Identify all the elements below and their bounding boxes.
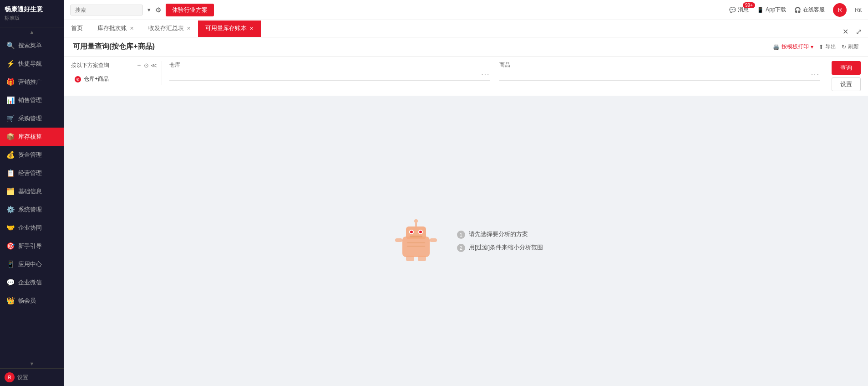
sidebar-item-newbie[interactable]: 🎯 新手引导 [0,237,64,255]
message-badge: 99+ [743,2,755,8]
svg-point-4 [410,231,413,233]
warehouse-input[interactable] [169,70,481,80]
sidebar-item-label: 快捷导航 [18,60,42,68]
refresh-button[interactable]: ↻ 刷新 [842,43,859,51]
phone-icon: 📱 [6,260,15,268]
sidebar-item-marketing[interactable]: 🎁 营销推广 [0,73,64,91]
tab-home[interactable]: 首页 [64,21,90,37]
tab-summary-label: 收发存汇总表 [148,24,184,32]
tab-batch[interactable]: 库存批次账 ✕ [90,21,141,37]
filter-fields: 仓库 ··· 商品 ··· [162,61,827,81]
sidebar-item-shortcut[interactable]: ⚡ 快捷导航 [0,55,64,73]
sidebar-item-label: 库存核算 [18,133,42,141]
sidebar-item-wechat[interactable]: 💬 企业微信 [0,273,64,292]
sidebar-item-enterprise[interactable]: 🤝 企业协同 [0,219,64,237]
robot-icon [393,218,439,264]
field-warehouse-label: 仓库 [169,61,490,69]
filter-scheme-label: 按以下方案查询 [71,62,109,69]
svg-rect-13 [407,242,425,243]
sidebar-item-system[interactable]: ⚙️ 系统管理 [0,201,64,219]
tab-batch-close-icon[interactable]: ✕ [130,26,134,31]
message-button[interactable]: 💬 消息 99+ [729,6,749,14]
add-scheme-icon[interactable]: ＋ [136,61,142,69]
product-more-icon[interactable]: ··· [811,70,820,80]
product-input[interactable] [499,70,811,80]
sidebar-item-label: 畅会员 [18,297,36,305]
sidebar-header: 畅康通好生意 标准版 [0,0,64,27]
sidebar-item-purchase[interactable]: 🛒 采购管理 [0,109,64,128]
page-header: 可用量查询(按仓库+商品) 🖨️ 按模板打印 ▾ ⬆ 导出 ↻ 刷新 [64,37,868,57]
sidebar-item-label: 搜索菜单 [18,41,42,50]
tab-available-close-icon[interactable]: ✕ [249,26,254,31]
sidebar-item-basic[interactable]: 🗂️ 基础信息 [0,182,64,201]
tab-summary[interactable]: 收发存汇总表 ✕ [141,21,198,37]
lightning-icon: ⚡ [6,60,15,68]
page-title: 可用量查询(按仓库+商品) [73,42,155,51]
sidebar-scroll: 🔍 搜索菜单 ⚡ 快捷导航 🎁 营销推广 📊 销售管理 🛒 采购管理 📦 库存核… [0,36,64,359]
sidebar-footer[interactable]: R 设置 [0,368,64,386]
app-icon: 📱 [757,7,764,13]
filter-actions: 查询 设置 [832,61,861,91]
print-button[interactable]: 🖨️ 按模板打印 ▾ [773,43,813,51]
empty-state: 1 请先选择要分析的方案 2 用[过滤]条件来缩小分析范围 [64,96,868,386]
sidebar-item-appstore[interactable]: 📱 应用中心 [0,255,64,273]
trial-button[interactable]: 体验行业方案 [166,4,214,16]
gear-icon: ⚙️ [6,206,15,214]
tip-num-1: 1 [457,231,465,239]
scheme-item-warehouse-product[interactable]: ⊛ 仓库+商品 [71,73,157,85]
filter-field-warehouse: 仓库 ··· [169,61,490,81]
empty-tip-1: 1 请先选择要分析的方案 [457,230,543,239]
sidebar-up-arrow[interactable]: ▲ [0,27,64,36]
tip-text-1: 请先选择要分析的方案 [469,230,528,238]
print-icon: 🖨️ [773,44,780,50]
username[interactable]: Rit [855,7,862,13]
crown-icon: 👑 [6,297,15,305]
dropdown-arrow-icon[interactable]: ▾ [147,6,151,13]
sidebar-item-inventory[interactable]: 📦 库存核算 [0,128,64,146]
sidebar-down-arrow[interactable]: ▼ [0,359,64,368]
scheme-dot-icon: ⊛ [75,76,81,82]
sidebar-item-operation[interactable]: 📋 经营管理 [0,164,64,182]
sidebar-item-member[interactable]: 👑 畅会员 [0,292,64,310]
export-label: 导出 [825,43,836,51]
online-service-button[interactable]: 🎧 在线客服 [794,6,825,14]
cart-icon: 🛒 [6,114,15,123]
sidebar-brand: 畅康通好生意 [5,5,59,14]
sidebar-item-search[interactable]: 🔍 搜索菜单 [0,36,64,55]
settings-filter-button[interactable]: 设置 [832,77,861,91]
topbar: ▾ ⚙ 体验行业方案 💬 消息 99+ 📱 App下载 🎧 在线客服 R Rit [64,0,868,20]
search-input[interactable] [70,5,143,15]
warehouse-more-icon[interactable]: ··· [481,70,490,80]
folder-icon: 🗂️ [6,187,15,196]
sidebar: 畅康通好生意 标准版 ▲ 🔍 搜索菜单 ⚡ 快捷导航 🎁 营销推广 📊 销售管理… [0,0,64,386]
settings-scheme-icon[interactable]: ⊙ [144,62,149,69]
tabs-expand-button[interactable]: ⤢ [853,26,864,37]
app-download-button[interactable]: 📱 App下载 [757,6,786,14]
svg-point-7 [414,219,418,223]
filter-field-product: 商品 ··· [499,61,820,81]
svg-rect-9 [406,256,414,261]
print-label: 按模板打印 [782,43,809,51]
tab-summary-close-icon[interactable]: ✕ [187,26,191,31]
page-header-actions: 🖨️ 按模板打印 ▾ ⬆ 导出 ↻ 刷新 [773,43,859,51]
sidebar-footer-label: 设置 [17,374,28,381]
tip-num-2: 2 [457,244,465,252]
sidebar-item-label: 销售管理 [18,96,42,104]
settings-icon[interactable]: ⚙ [155,6,161,14]
collapse-scheme-icon[interactable]: ≪ [151,62,157,69]
tab-available[interactable]: 可用量库存账本 ✕ [198,21,261,37]
tabs-close-button[interactable]: ✕ [840,26,851,37]
money-icon: 💰 [6,151,15,159]
export-button[interactable]: ⬆ 导出 [819,43,836,51]
sidebar-item-sales[interactable]: 📊 销售管理 [0,91,64,109]
tip-text-2: 用[过滤]条件来缩小分析范围 [469,243,543,252]
avatar[interactable]: R [833,3,847,17]
sidebar-item-finance[interactable]: 💰 资金管理 [0,146,64,164]
empty-illustration [389,214,443,268]
query-button[interactable]: 查询 [832,61,861,75]
print-dropdown-icon[interactable]: ▾ [811,44,813,50]
refresh-label: 刷新 [848,43,859,51]
sidebar-item-label: 资金管理 [18,151,42,159]
sidebar-item-label: 基础信息 [18,187,42,196]
box-icon: 📦 [6,133,15,141]
